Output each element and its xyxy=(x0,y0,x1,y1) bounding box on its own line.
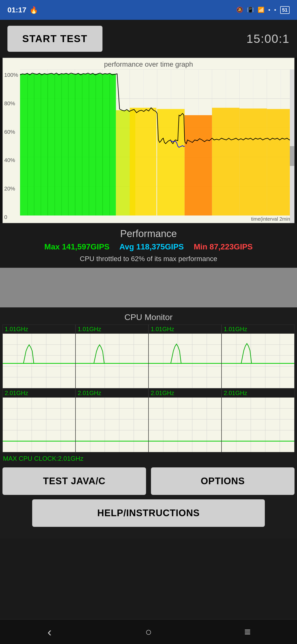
svg-rect-42 xyxy=(185,115,212,216)
svg-rect-44 xyxy=(239,108,267,216)
help-btn-row: HELP/INSTRUCTIONS xyxy=(0,495,297,531)
cpu-cell-5: 2.01GHz xyxy=(75,388,148,452)
svg-rect-25 xyxy=(20,74,116,216)
y-axis-labels: 100% 80% 60% 40% 20% 0 xyxy=(3,69,22,223)
svg-rect-32 xyxy=(68,74,68,216)
performance-chart-svg xyxy=(20,69,294,216)
top-controls: START TEST 15:00:1 xyxy=(0,20,297,58)
perf-numbers: Max 141,597GIPS Avg 118,375GIPS Min 87,2… xyxy=(5,242,292,252)
status-left: 01:17 🔥 xyxy=(7,6,38,14)
perf-throttle: CPU throttled to 62% of its max performa… xyxy=(5,255,292,263)
cpu-grid-inner-3 xyxy=(222,334,294,388)
test-java-c-button[interactable]: TEST JAVA/C xyxy=(2,468,146,495)
perf-min: Min 87,223GIPS xyxy=(194,242,253,252)
nav-bar: ‹ ○ ≡ xyxy=(0,619,297,644)
time-label: time(interval 2min) xyxy=(251,216,292,222)
timer-display: 15:00:1 xyxy=(247,32,290,46)
svg-rect-38 xyxy=(109,74,110,216)
svg-rect-40 xyxy=(130,108,156,216)
cpu-grid-inner-2 xyxy=(149,334,221,388)
svg-rect-33 xyxy=(75,74,75,216)
cpu-grid-inner-4 xyxy=(3,398,75,452)
cpu-cell-label-7: 2.01GHz xyxy=(222,389,294,398)
back-button[interactable]: ‹ xyxy=(40,625,59,639)
options-button[interactable]: OPTIONS xyxy=(151,468,295,495)
cpu-cell-6: 2.01GHz xyxy=(148,388,222,452)
cpu-cell-1: 1.01GHz xyxy=(75,324,148,388)
svg-rect-31 xyxy=(61,74,62,216)
gray-spacer xyxy=(0,268,297,308)
cpu-grid-inner-1 xyxy=(76,334,148,388)
mini-chart-4 xyxy=(3,398,75,452)
svg-rect-35 xyxy=(89,74,89,216)
mini-chart-7 xyxy=(222,398,294,452)
chart-scrollbar[interactable] xyxy=(290,69,294,223)
cpu-cell-label-6: 2.01GHz xyxy=(149,389,221,398)
cpu-monitor-title: CPU Monitor xyxy=(0,308,297,324)
cpu-cell-label-4: 2.01GHz xyxy=(3,389,75,398)
cpu-cell-0: 1.01GHz xyxy=(2,324,75,388)
cpu-grid-inner-0 xyxy=(3,334,75,388)
chart-wrapper: 100% 80% 60% 40% 20% 0 xyxy=(3,69,294,223)
signal-icon2: ▪ xyxy=(274,7,276,13)
flame-icon: 🔥 xyxy=(29,6,38,14)
start-test-button[interactable]: START TEST xyxy=(7,26,102,52)
cpu-cell-label-0: 1.01GHz xyxy=(3,325,75,334)
cpu-grid-inner-7 xyxy=(222,398,294,452)
svg-rect-34 xyxy=(82,74,82,216)
cpu-cell-7: 2.01GHz xyxy=(222,388,295,452)
cpu-cell-3: 1.01GHz xyxy=(222,324,295,388)
cpu-monitor-section: CPU Monitor 1.01GHz xyxy=(0,308,297,539)
vibrate-icon: 📳 xyxy=(247,7,254,13)
svg-rect-37 xyxy=(102,74,103,216)
status-right: 🔕 📳 📶 ▪ ▪ 51 xyxy=(236,6,290,14)
cpu-cell-2: 1.01GHz xyxy=(148,324,222,388)
perf-avg: Avg 118,375GIPS xyxy=(119,242,184,252)
svg-rect-30 xyxy=(54,74,55,216)
help-instructions-button[interactable]: HELP/INSTRUCTIONS xyxy=(32,499,265,527)
home-button[interactable]: ○ xyxy=(139,626,158,638)
wifi-icon: 📶 xyxy=(258,7,264,13)
svg-rect-41 xyxy=(157,109,185,216)
time-display: 01:17 xyxy=(7,6,26,14)
svg-rect-28 xyxy=(40,74,41,216)
cpu-top-row: 1.01GHz xyxy=(2,324,295,388)
mini-chart-6 xyxy=(149,398,221,452)
menu-button[interactable]: ≡ xyxy=(238,626,257,638)
app-container: START TEST 15:00:1 performance over time… xyxy=(0,20,297,613)
cpu-cell-label-3: 1.01GHz xyxy=(222,325,294,334)
dark-spacer xyxy=(0,539,297,613)
battery-indicator: 51 xyxy=(280,6,290,14)
cpu-cell-label-5: 2.01GHz xyxy=(76,389,148,398)
chart-canvas xyxy=(20,69,294,216)
mini-chart-0 xyxy=(3,334,75,388)
signal-icon1: ▪ xyxy=(268,7,270,13)
cpu-cell-label-2: 1.01GHz xyxy=(149,325,221,334)
mini-chart-5 xyxy=(76,398,148,452)
bottom-buttons: TEST JAVA/C OPTIONS xyxy=(0,465,297,495)
mini-chart-1 xyxy=(76,334,148,388)
cpu-cell-label-1: 1.01GHz xyxy=(76,325,148,334)
cpu-grid-inner-6 xyxy=(149,398,221,452)
mini-chart-3 xyxy=(222,334,294,388)
svg-rect-27 xyxy=(34,74,34,216)
perf-max: Max 141,597GIPS xyxy=(44,242,109,252)
cpu-cell-4: 2.01GHz xyxy=(2,388,75,452)
perf-stats: Performance Max 141,597GIPS Avg 118,375G… xyxy=(0,223,297,268)
cpu-bottom-row: 2.01GHz 2.01GHz xyxy=(2,388,295,452)
max-cpu-label: MAX CPU CLOCK:2.01GHz xyxy=(0,452,297,465)
scrollbar-thumb[interactable] xyxy=(290,146,294,166)
chart-section: performance over time graph 100% 80% 60%… xyxy=(2,58,295,223)
svg-rect-29 xyxy=(47,74,48,216)
perf-title: Performance xyxy=(5,228,292,239)
status-bar: 01:17 🔥 🔕 📳 📶 ▪ ▪ 51 xyxy=(0,0,297,20)
chart-title: performance over time graph xyxy=(3,58,294,69)
mini-chart-2 xyxy=(149,334,221,388)
cpu-grid-inner-5 xyxy=(76,398,148,452)
svg-rect-43 xyxy=(212,108,240,216)
svg-rect-36 xyxy=(95,74,96,216)
mute-icon: 🔕 xyxy=(236,7,243,13)
svg-rect-26 xyxy=(27,74,28,216)
